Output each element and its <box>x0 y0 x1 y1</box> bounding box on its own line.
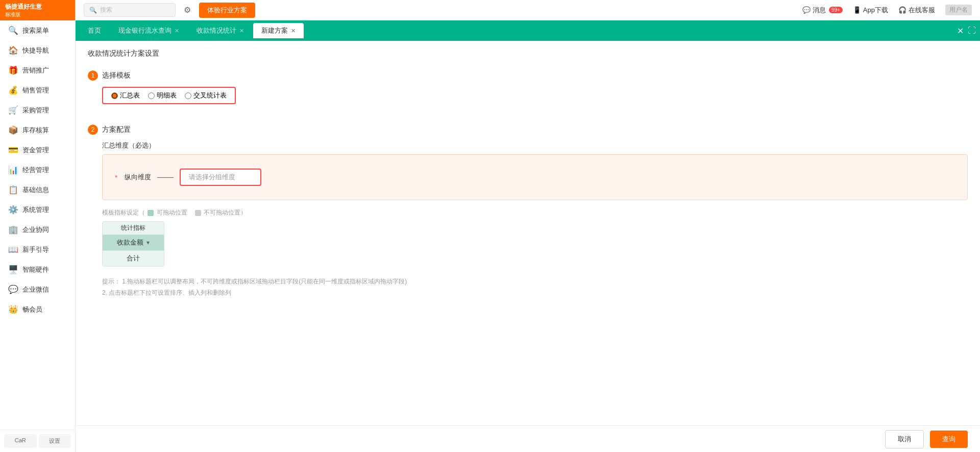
purchase-icon: 🛒 <box>8 105 18 115</box>
tab-new-plan-close[interactable]: ✕ <box>291 28 296 34</box>
finance-icon: 💳 <box>8 145 18 155</box>
content-area: 收款情况统计方案设置 1 选择模板 汇总表 明细表 <box>76 41 980 425</box>
stats-header: 统计指标 <box>103 222 164 235</box>
service-label: 在线客服 <box>909 6 935 15</box>
section2-number: 2 <box>88 125 98 135</box>
stats-cell-dropdown-icon[interactable]: ▾ <box>146 239 150 246</box>
sidebar-item-hardware[interactable]: 🖥️ 智能硬件 <box>0 259 75 279</box>
sidebar-label-enterprise: 企业协同 <box>22 225 49 234</box>
section2-title: 方案配置 <box>102 125 131 134</box>
sidebar-label-marketing: 营销推广 <box>22 66 49 75</box>
sidebar-item-finance[interactable]: 💳 资金管理 <box>0 140 75 160</box>
draggable-dot <box>148 210 154 216</box>
download-item[interactable]: 📱 App下载 <box>853 6 888 15</box>
hardware-icon: 🖥️ <box>8 265 18 274</box>
sidebar-label-member: 畅会员 <box>22 305 42 314</box>
guide-icon: 📖 <box>8 245 18 254</box>
sidebar-label-search-menu: 搜索菜单 <box>22 26 49 35</box>
indicator-section: 模板指标设定（ 可拖动位置 不可拖动位置） 统计指标 收款金额 ▾ <box>102 208 968 268</box>
search-menu-icon: 🔍 <box>8 26 18 35</box>
logo-version: 标准版 <box>5 11 42 18</box>
system-icon: ⚙️ <box>8 205 18 215</box>
marketing-icon: 🎁 <box>8 65 18 75</box>
page-title: 收款情况统计方案设置 <box>88 49 968 62</box>
radio-cross-input[interactable] <box>185 92 191 99</box>
sidebar: 畅捷通好生意 标准版 🔍 搜索菜单 🏠 快捷导航 🎁 营销推广 💰 销售管理 🛒… <box>0 0 76 452</box>
sidebar-label-purchase: 采购管理 <box>22 106 49 115</box>
member-icon: 👑 <box>8 304 18 314</box>
tab-collection-stats-close[interactable]: ✕ <box>239 28 244 34</box>
sidebar-item-system[interactable]: ⚙️ 系统管理 <box>0 200 75 220</box>
sidebar-item-wechat[interactable]: 💬 企业微信 <box>0 279 75 299</box>
dimension-label: 纵向维度 <box>125 173 151 182</box>
trial-button[interactable]: 体验行业方案 <box>199 3 255 18</box>
sales-icon: 💰 <box>8 85 18 95</box>
tab-new-plan[interactable]: 新建方案 ✕ <box>253 23 304 38</box>
messages-badge: 99+ <box>829 7 843 13</box>
radio-detail-input[interactable] <box>148 92 155 99</box>
topbar-search-box[interactable]: 🔍 搜索 <box>84 3 176 17</box>
sidebar-item-operations[interactable]: 📊 经营管理 <box>0 160 75 180</box>
dimension-arrow: —— <box>157 173 174 182</box>
sidebar-item-marketing[interactable]: 🎁 营销推广 <box>0 60 75 80</box>
indicator-hint: 模板指标设定（ 可拖动位置 不可拖动位置） <box>102 208 968 217</box>
maximize-icon[interactable]: ⛶ <box>968 26 976 35</box>
download-label: App下载 <box>863 6 888 15</box>
sidebar-item-inventory[interactable]: 📦 库存核算 <box>0 120 75 140</box>
sidebar-item-search-menu[interactable]: 🔍 搜索菜单 <box>0 20 75 40</box>
section1-number: 1 <box>88 70 98 81</box>
messages-item[interactable]: 💬 消息 99+ <box>802 6 843 15</box>
wechat-icon: 💬 <box>8 284 18 294</box>
radio-cross[interactable]: 交叉统计表 <box>185 91 227 100</box>
sidebar-bottom-btn1[interactable]: CaR <box>4 434 37 448</box>
basic-icon: 📋 <box>8 185 18 195</box>
sidebar-bottom-btn2[interactable]: 设置 <box>39 434 71 448</box>
stats-cell[interactable]: 收款金额 ▾ <box>103 235 164 250</box>
sidebar-bottom: CaR 设置 <box>0 430 75 452</box>
sidebar-label-sales: 销售管理 <box>22 86 49 95</box>
gear-icon[interactable]: ⚙ <box>184 5 191 15</box>
tab-bank-flow-close[interactable]: ✕ <box>175 28 179 34</box>
tab-collection-stats-label: 收款情况统计 <box>197 26 236 35</box>
operations-icon: 📊 <box>8 165 18 175</box>
query-button[interactable]: 查询 <box>930 431 968 448</box>
radio-summary-input[interactable] <box>111 92 118 99</box>
radio-detail[interactable]: 明细表 <box>148 91 177 100</box>
sidebar-label-operations: 经营管理 <box>22 165 49 175</box>
messages-label: 消息 <box>813 6 826 15</box>
search-placeholder-text: 搜索 <box>100 6 112 14</box>
dimension-selector[interactable]: 请选择分组维度 <box>180 169 261 186</box>
search-icon: 🔍 <box>89 7 97 14</box>
sidebar-item-guide[interactable]: 📖 新手引导 <box>0 240 75 259</box>
radio-detail-label: 明细表 <box>157 91 177 100</box>
sidebar-item-basic[interactable]: 📋 基础信息 <box>0 180 75 200</box>
dimension-config-label: 汇总维度（必选） <box>102 141 968 150</box>
sidebar-item-member[interactable]: 👑 畅会员 <box>0 299 75 319</box>
sidebar-item-purchase[interactable]: 🛒 采购管理 <box>0 100 75 120</box>
tips-section: 提示： 1.拖动标题栏可以调整布局，不可跨维度或指标区域拖动栏目字段(只能在同一… <box>102 276 968 298</box>
sidebar-item-sales[interactable]: 💰 销售管理 <box>0 80 75 100</box>
radio-summary[interactable]: 汇总表 <box>111 91 140 100</box>
tabbar-right: ✕ ⛶ <box>957 26 976 36</box>
sidebar-item-enterprise[interactable]: 🏢 企业协同 <box>0 220 75 240</box>
user-label: 用户名 <box>945 5 972 15</box>
tab-home[interactable]: 首页 <box>80 23 109 38</box>
sidebar-label-hardware: 智能硬件 <box>22 265 49 274</box>
stats-table: 统计指标 收款金额 ▾ 合计 <box>102 221 164 267</box>
quick-nav-icon: 🏠 <box>8 45 18 55</box>
radio-summary-label: 汇总表 <box>120 91 140 100</box>
service-item[interactable]: 🎧 在线客服 <box>898 6 935 15</box>
tab-bank-flow[interactable]: 现金银行流水查询 ✕ <box>110 23 187 38</box>
main-area: 🔍 搜索 ⚙ 体验行业方案 💬 消息 99+ 📱 App下载 🎧 在线客服 用户… <box>76 0 980 452</box>
user-item[interactable]: 用户名 <box>945 5 972 15</box>
section1-title: 选择模板 <box>102 71 131 80</box>
cancel-button[interactable]: 取消 <box>885 430 924 448</box>
close-window-icon[interactable]: ✕ <box>957 26 964 36</box>
sidebar-logo: 畅捷通好生意 标准版 <box>0 0 75 20</box>
sidebar-item-quick-nav[interactable]: 🏠 快捷导航 <box>0 40 75 60</box>
stats-subtotal: 合计 <box>103 250 164 266</box>
sidebar-label-guide: 新手引导 <box>22 245 49 254</box>
enterprise-icon: 🏢 <box>8 225 18 234</box>
tab-collection-stats[interactable]: 收款情况统计 ✕ <box>188 23 252 38</box>
tabbar: 首页 现金银行流水查询 ✕ 收款情况统计 ✕ 新建方案 ✕ ✕ ⛶ <box>76 20 980 41</box>
